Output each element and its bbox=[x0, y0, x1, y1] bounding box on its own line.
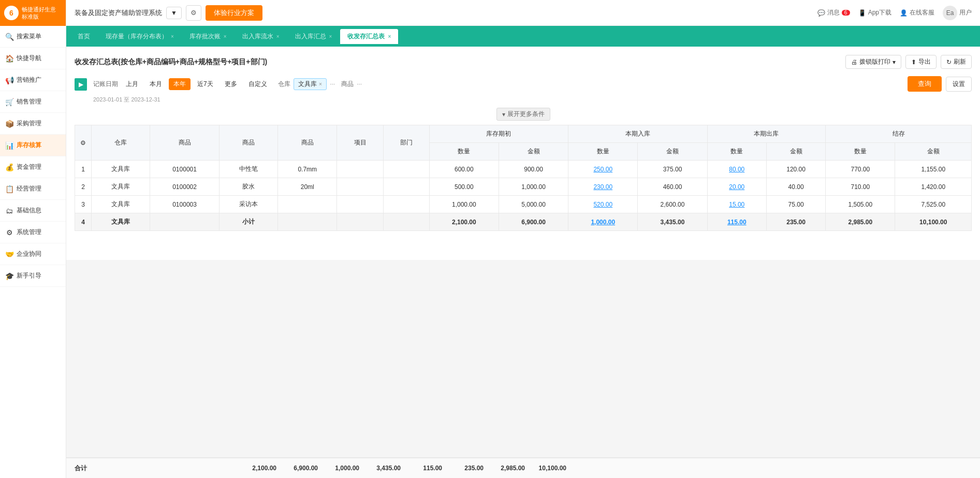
cell-open-amt: 1,000.00 bbox=[499, 178, 568, 196]
cell-code: 0100001 bbox=[150, 161, 219, 178]
cell-open-qty: 600.00 bbox=[429, 161, 499, 178]
footer-open-amt: 6,900.00 bbox=[282, 465, 323, 472]
cell-project bbox=[337, 161, 383, 178]
cell-out-qty[interactable]: 20.00 bbox=[707, 178, 766, 196]
sidebar-item-finance[interactable]: 💰 资金管理 bbox=[0, 156, 66, 178]
tab-close-batch-ledger[interactable]: × bbox=[224, 34, 227, 39]
filter-arrow-btn[interactable]: ▶ bbox=[75, 78, 87, 91]
export-button[interactable]: ⬆ 导出 bbox=[905, 55, 937, 69]
cell-dept bbox=[383, 178, 429, 196]
sidebar-item-guide[interactable]: 🎓 新手引导 bbox=[0, 265, 66, 287]
date-btn-thismonth[interactable]: 本月 bbox=[145, 78, 167, 90]
cell-in-qty[interactable]: 250.00 bbox=[568, 161, 638, 178]
sidebar-item-basic[interactable]: 🗂 基础信息 bbox=[0, 200, 66, 222]
table-row: 2 文具库 0100002 胶水 20ml 500.00 1,000.00 23… bbox=[75, 178, 972, 196]
cell-out-qty[interactable]: 15.00 bbox=[707, 196, 766, 213]
cell-spec: 20ml bbox=[278, 178, 337, 196]
warehouse-tag-close[interactable]: × bbox=[319, 81, 322, 87]
cell-spec bbox=[278, 213, 337, 231]
home-icon: 🏠 bbox=[5, 54, 13, 63]
system-selector[interactable]: ▼ bbox=[166, 7, 182, 19]
tab-stock-summary[interactable]: 收发存汇总表 × bbox=[340, 29, 398, 44]
sidebar-item-inventory[interactable]: 📊 库存核算 bbox=[0, 135, 66, 156]
tab-close-summary[interactable]: × bbox=[329, 34, 332, 39]
sidebar-item-sales[interactable]: 🛒 销售管理 bbox=[0, 91, 66, 113]
cell-in-amt: 460.00 bbox=[638, 178, 707, 196]
cell-in-qty[interactable]: 1,000.00 bbox=[568, 213, 638, 231]
cell-in-qty[interactable]: 230.00 bbox=[568, 178, 638, 196]
cell-bal-qty: 770.00 bbox=[826, 161, 895, 178]
tab-close-flow[interactable]: × bbox=[276, 34, 280, 39]
message-item[interactable]: 💬 消息 6 bbox=[817, 8, 850, 17]
footer-in-amt: 3,435.00 bbox=[364, 465, 406, 472]
date-range-text: 2023-01-01 至 2023-12-31 bbox=[93, 96, 160, 104]
footer-open-qty: 2,100.00 bbox=[240, 465, 282, 472]
footer-label: 合计 bbox=[75, 464, 240, 473]
date-btn-lastmonth[interactable]: 上月 bbox=[121, 78, 143, 90]
th-dept: 部门 bbox=[383, 125, 429, 161]
refresh-icon: ↻ bbox=[946, 59, 952, 66]
cell-out-qty[interactable]: 80.00 bbox=[707, 161, 766, 178]
basic-icon: 🗂 bbox=[5, 207, 13, 215]
try-button[interactable]: 体验行业方案 bbox=[206, 5, 262, 21]
tab-inventory-dist[interactable]: 现存量（库存分布表） × bbox=[98, 29, 181, 44]
content-card: 收发存汇总表(按仓库+商品编码+商品+规格型号+项目+部门) 🖨 拨锁版打印 ▾… bbox=[66, 47, 980, 260]
system-name: 装备及固定资产辅助管理系统 bbox=[75, 8, 162, 18]
goods-label: 商品 bbox=[341, 80, 354, 89]
cell-project bbox=[337, 178, 383, 196]
date-btn-7days[interactable]: 近7天 bbox=[193, 78, 218, 90]
date-btn-custom[interactable]: 自定义 bbox=[244, 78, 272, 90]
cell-dept bbox=[383, 213, 429, 231]
th-group-in: 本期入库 bbox=[568, 125, 707, 143]
message-icon: 💬 bbox=[817, 9, 825, 17]
cell-warehouse: 文具库 bbox=[92, 178, 150, 196]
user-item[interactable]: Ea 用户 bbox=[943, 6, 972, 20]
query-button[interactable]: 查询 bbox=[908, 76, 942, 92]
cell-in-qty[interactable]: 520.00 bbox=[568, 196, 638, 213]
tab-summary[interactable]: 出入库汇总 × bbox=[288, 29, 340, 44]
sidebar: 6 畅捷通好生意 标准版 🔍 搜索菜单 🏠 快捷导航 📢 营销推广 🛒 销售管理… bbox=[0, 0, 66, 478]
cell-bal-qty: 710.00 bbox=[826, 178, 895, 196]
th-settings[interactable]: ⚙ bbox=[75, 125, 92, 161]
filter-group-warehouse: 仓库 文具库 × ··· bbox=[278, 78, 335, 90]
inventory-icon: 📊 bbox=[5, 141, 13, 150]
sidebar-item-collab[interactable]: 🤝 企业协同 bbox=[0, 243, 66, 265]
date-btn-more[interactable]: 更多 bbox=[220, 78, 242, 90]
tab-close-stock-summary[interactable]: × bbox=[388, 34, 391, 39]
app-download-item[interactable]: 📱 App下载 bbox=[858, 8, 891, 17]
cell-out-amt: 75.00 bbox=[766, 196, 825, 213]
tab-flow[interactable]: 出入库流水 × bbox=[235, 29, 287, 44]
sidebar-item-system[interactable]: ⚙ 系统管理 bbox=[0, 222, 66, 243]
sidebar-item-purchase[interactable]: 📦 采购管理 bbox=[0, 113, 66, 135]
cell-name: 采访本 bbox=[220, 196, 278, 213]
date-btn-thisyear[interactable]: 本年 bbox=[169, 78, 191, 90]
main-content: 装备及固定资产辅助管理系统 ▼ ⚙ 体验行业方案 💬 消息 6 📱 App下载 bbox=[66, 0, 980, 478]
gear-button[interactable]: ⚙ bbox=[186, 5, 201, 21]
footer-out-qty: 115.00 bbox=[406, 465, 447, 472]
goods-more[interactable]: ··· bbox=[357, 80, 362, 88]
tab-batch-ledger[interactable]: 库存批次账 × bbox=[182, 29, 234, 44]
page-title-actions: 🖨 拨锁版打印 ▾ ⬆ 导出 ↻ 刷新 bbox=[845, 55, 972, 69]
tab-home[interactable]: 首页 bbox=[70, 29, 97, 44]
cell-in-amt: 375.00 bbox=[638, 161, 707, 178]
sidebar-item-marketing[interactable]: 📢 营销推广 bbox=[0, 69, 66, 91]
page-title: 收发存汇总表(按仓库+商品编码+商品+规格型号+项目+部门) bbox=[75, 57, 267, 67]
sidebar-item-search[interactable]: 🔍 搜索菜单 bbox=[0, 26, 66, 48]
sidebar-item-operation[interactable]: 📋 经营管理 bbox=[0, 178, 66, 200]
filter-row: ▶ 记账日期 上月 本月 本年 近7天 更多 bbox=[75, 76, 972, 104]
setting-button[interactable]: 设置 bbox=[946, 77, 972, 92]
cell-open-amt: 5,000.00 bbox=[499, 196, 568, 213]
service-icon: 👤 bbox=[900, 9, 908, 17]
tab-bar: 首页 现存量（库存分布表） × 库存批次账 × 出入库流水 × 出入库汇总 × … bbox=[66, 26, 980, 47]
refresh-button[interactable]: ↻ 刷新 bbox=[941, 55, 972, 69]
table-footer: 合计 2,100.00 6,900.00 1,000.00 3,435.00 1… bbox=[66, 457, 980, 478]
footer-in-qty: 1,000.00 bbox=[323, 465, 364, 472]
expand-button[interactable]: ▾ 展开更多条件 bbox=[496, 108, 550, 121]
cell-out-qty[interactable]: 115.00 bbox=[707, 213, 766, 231]
print-icon: 🖨 bbox=[851, 59, 857, 66]
tab-close-inventory-dist[interactable]: × bbox=[171, 34, 174, 39]
sidebar-item-quick-nav[interactable]: 🏠 快捷导航 bbox=[0, 48, 66, 69]
print-button[interactable]: 🖨 拨锁版打印 ▾ bbox=[845, 55, 901, 69]
warehouse-more[interactable]: ··· bbox=[330, 80, 335, 88]
online-service-item[interactable]: 👤 在线客服 bbox=[900, 8, 934, 17]
